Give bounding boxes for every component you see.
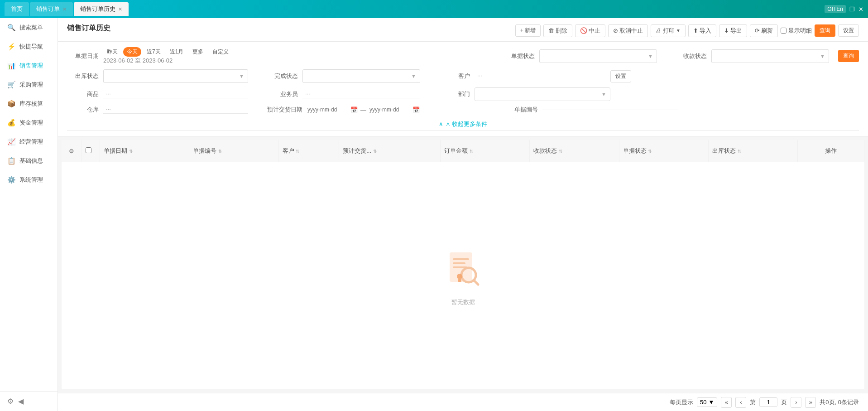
sort-expected-date-icon[interactable]: ⇅ [373,149,377,154]
payment-status-select[interactable]: ▼ [711,49,829,63]
import-icon: ⬆ [693,27,698,34]
date-dash: — [360,106,366,113]
sidebar-settings-icon[interactable]: ⚙ [7,397,14,406]
out-status-select[interactable]: ▼ [103,69,248,83]
sidebar-item-sys-mgmt[interactable]: ⚙️ 系统管理 [0,170,58,189]
new-button[interactable]: + 新增 [515,24,541,37]
sidebar-item-sales-mgmt[interactable]: 📊 销售管理 [0,56,58,75]
sidebar-item-finance[interactable]: 💰 资金管理 [0,113,58,132]
last-page-icon: » [809,399,812,406]
goods-dots[interactable]: ··· [103,90,114,97]
complete-status-select[interactable]: ▼ [302,69,420,83]
sort-payment-status-icon[interactable]: ⇅ [559,149,562,154]
collapse-label: ∧ 收起更多条件 [446,121,488,127]
salesman-dots[interactable]: ··· [302,90,313,97]
sort-date-icon[interactable]: ⇅ [129,149,133,154]
tab-sales-order-history-close[interactable]: ✕ [118,6,122,12]
sort-bill-no-icon[interactable]: ⇅ [218,149,222,154]
delete-button[interactable]: 🗑 删除 [543,24,572,37]
collapse-bar[interactable]: ∧ ∧ 收起更多条件 [67,118,859,131]
date-shortcut-1month[interactable]: 近1月 [166,47,187,57]
sidebar-item-inventory[interactable]: 📦 库存核算 [0,94,58,113]
th-amount: 订单金额 ⇅ [441,140,530,162]
sort-out-status-icon[interactable]: ⇅ [738,149,741,154]
toolbar: + 新增 🗑 删除 🚫 中止 ⊘ 取消中止 🖨 打印 ▼ [515,24,859,37]
sort-amount-icon[interactable]: ⇅ [470,149,473,154]
settings-button-2[interactable]: 设置 [610,70,631,82]
top-bar-close[interactable]: ✕ [858,6,863,13]
query-button[interactable]: 查询 [815,24,835,37]
sidebar-item-search-menu[interactable]: 🔍 搜索菜单 [0,18,58,37]
sidebar-item-search-menu-label: 搜索菜单 [19,24,43,32]
page-suffix: 页 [781,398,787,406]
import-button[interactable]: ⬆ 导入 [688,24,716,37]
search-menu-icon: 🔍 [7,24,16,32]
page-title: 销售订单历史 [67,24,110,33]
sidebar-item-purchase-mgmt-label: 采购管理 [19,81,43,89]
cancel-stop-button[interactable]: ⊘ 取消中止 [608,24,648,37]
expected-date-to[interactable] [369,106,410,113]
tab-sales-order-close[interactable]: ✕ [62,6,67,12]
per-page-select[interactable]: 50 ▼ [697,397,717,407]
tab-sales-order-history[interactable]: 销售订单历史 ✕ [74,2,129,16]
date-shortcut-yesterday[interactable]: 昨天 [103,47,121,57]
prev-page-btn[interactable]: ‹ [735,397,746,408]
display-detail-checkbox-label: 显示明细 [781,27,812,35]
top-bar-restore[interactable]: ❐ [849,6,855,13]
tab-sales-order-history-label: 销售订单历史 [80,5,115,13]
table-settings-icon[interactable]: ⚙ [65,145,78,157]
table-header-row: ⚙ 单据日期 ⇅ 单据编号 ⇅ [62,140,864,162]
sidebar-item-purchase-mgmt[interactable]: 🛒 采购管理 [0,75,58,94]
finance-icon: 💰 [7,119,16,127]
display-detail-checkbox[interactable] [781,28,786,34]
query-button-2[interactable]: 查询 [838,50,859,62]
out-status-label: 出库状态 [67,72,103,80]
select-all-checkbox[interactable] [86,147,91,153]
sidebar-collapse-icon[interactable]: ◀ [18,397,24,406]
date-shortcut-more[interactable]: 更多 [189,47,207,57]
total-text: 共0页, 0条记录 [820,398,859,406]
th-customer: 客户 ⇅ [278,140,339,162]
date-shortcut-7days[interactable]: 近7天 [143,47,164,57]
basic-info-icon: 📋 [7,157,16,165]
calendar-to-icon[interactable]: 📅 [412,106,420,113]
sidebar-item-quick-nav[interactable]: ⚡ 快捷导航 [0,37,58,56]
tab-home[interactable]: 首页 [5,2,29,16]
sidebar-item-ops[interactable]: 📈 经营管理 [0,132,58,151]
calendar-from-icon[interactable]: 📅 [350,106,358,113]
sidebar-item-inventory-label: 库存核算 [19,100,43,108]
print-button[interactable]: 🖨 打印 ▼ [651,24,686,37]
expected-date-from[interactable] [307,106,348,113]
warehouse-dots[interactable]: ··· [103,106,114,112]
tab-sales-order-label: 销售订单 [36,5,60,13]
cancel-stop-icon: ⊘ [613,27,618,34]
refresh-button[interactable]: ⟳ 刷新 [750,24,778,37]
sort-customer-icon[interactable]: ⇅ [296,149,299,154]
bill-status-select[interactable]: ▼ [539,49,657,63]
dept-arrow: ▼ [601,92,606,97]
stop-button[interactable]: 🚫 中止 [575,24,605,37]
sidebar-bottom: ⚙ ◀ [0,391,58,411]
customer-dots[interactable]: ··· [475,72,485,79]
date-shortcut-custom[interactable]: 自定义 [209,47,232,57]
th-operations: 操作 [798,140,864,162]
per-page-arrow: ▼ [708,399,714,406]
date-shortcut-today[interactable]: 今天 [123,47,141,57]
filter-row-3: 商品 ··· 业务员 ··· 部门 ▼ [67,87,859,101]
sidebar-item-basic-info[interactable]: 📋 基础信息 [0,151,58,170]
page-input[interactable] [759,397,777,407]
export-button[interactable]: ⬇ 导出 [719,24,747,37]
goods-label: 商品 [67,90,103,98]
empty-text: 暂无数据 [451,298,475,306]
page-header: 销售订单历史 + 新增 🗑 删除 🚫 中止 ⊘ 取消中止 🖨 打印 [58,18,868,42]
first-page-btn[interactable]: « [721,397,732,408]
quick-nav-icon: ⚡ [7,43,16,51]
sort-bill-status-icon[interactable]: ⇅ [648,149,652,154]
th-expected-date-label: 预计交货... [343,147,371,154]
tab-sales-order[interactable]: 销售订单 ✕ [30,2,73,16]
dept-select[interactable]: ▼ [475,87,610,101]
top-bar: 首页 销售订单 ✕ 销售订单历史 ✕ OfTEn ❐ ✕ [0,0,868,18]
settings-button[interactable]: 设置 [838,24,859,37]
last-page-btn[interactable]: » [805,397,816,408]
next-page-btn[interactable]: › [791,397,801,408]
